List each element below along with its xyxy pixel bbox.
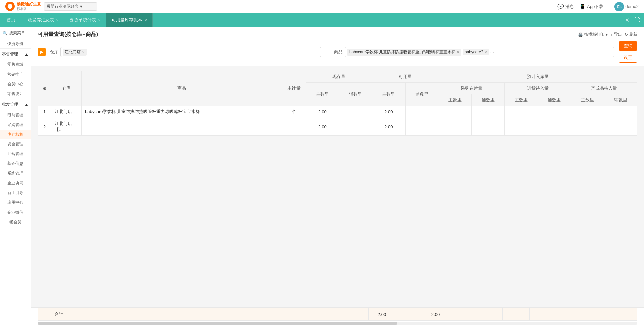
sidebar-nav-label: 快捷导航 xyxy=(7,41,23,46)
tab-available[interactable]: 可用量库存账本 ✕ xyxy=(106,13,153,27)
row-available-aux xyxy=(405,106,438,118)
sidebar-item-marketing[interactable]: 营销推广 xyxy=(0,69,31,79)
filter-toggle-btn[interactable]: ▶ xyxy=(38,48,46,56)
footer-stock-aux xyxy=(395,308,422,320)
sidebar-item-members[interactable]: 会员中心 xyxy=(0,79,31,89)
sidebar-label-wholesale: 批发管理 xyxy=(2,102,18,107)
sidebar-label-ops: 经营管理 xyxy=(7,151,23,156)
row-production-aux xyxy=(604,118,637,136)
warehouse-filter-more[interactable]: ··· xyxy=(323,49,330,55)
row-incoming-aux xyxy=(538,118,571,136)
sidebar-item-retail-mall[interactable]: 零售商城 xyxy=(0,60,31,69)
tab-receipts-close[interactable]: ✕ xyxy=(56,18,59,22)
row-available-main: 2.00 xyxy=(372,118,405,136)
footer-label: 合计 xyxy=(51,308,369,320)
template-print-label: 按模板打印 xyxy=(584,32,604,37)
sidebar-label-purchase: 采购管理 xyxy=(7,122,23,127)
row-index: 2 xyxy=(38,118,51,136)
product-filter: 商品 babycare学饮杯 儿童防摔防撞吸管杯重力球吸嘴杯宝宝水杯 ✕ bab… xyxy=(334,47,614,57)
close-all-btn[interactable]: ✕ xyxy=(624,17,631,24)
warehouse-tag-text: 江北门店 xyxy=(65,49,81,55)
footer-purchase-main xyxy=(476,308,503,320)
sidebar: 🔍 搜索菜单 快捷导航 零售管理 ▲ 零售商城 营销推广 会员中心 零售统计 批… xyxy=(0,27,31,326)
sidebar-item-finance[interactable]: 资金管理 xyxy=(0,139,31,149)
app-download-btn[interactable]: 📱 App下载 xyxy=(579,4,603,10)
sidebar-search-btn[interactable]: 🔍 搜索菜单 xyxy=(0,27,31,38)
footer-production-main xyxy=(583,308,610,320)
query-button[interactable]: 查询 xyxy=(619,41,637,51)
sidebar-item-enterprise-wx[interactable]: 企业微信 xyxy=(0,207,31,217)
print-icon: 🖨️ xyxy=(578,32,583,37)
product-tag-close-0[interactable]: ✕ xyxy=(457,50,459,54)
sidebar-item-appcenter[interactable]: 应用中心 xyxy=(0,198,31,207)
footer-incoming-aux xyxy=(556,308,583,320)
logo-texts: 畅捷通好生意 标准版 xyxy=(17,2,41,11)
row-production-main xyxy=(571,118,604,136)
refresh-btn[interactable]: ↻ 刷新 xyxy=(625,32,637,37)
row-stock-main: 2.00 xyxy=(306,106,339,118)
row-available-aux xyxy=(405,118,438,136)
product-tag-more: ··· xyxy=(490,50,494,55)
sidebar-item-ops[interactable]: 经营管理 xyxy=(0,149,31,159)
sidebar-label-inventory: 库存核算 xyxy=(7,132,23,137)
tab-home[interactable]: 首页 xyxy=(0,13,22,27)
warehouse-tags-input[interactable]: 江北门店 ✕ xyxy=(60,47,321,57)
footer-available-aux xyxy=(449,308,476,320)
row-product: babycare学饮杯 儿童防摔防撞吸管杯重力球吸嘴杯宝宝水杯 xyxy=(82,106,282,118)
sidebar-item-ecommerce[interactable]: 电商管理 xyxy=(0,110,31,120)
settings-col-icon[interactable]: ⚙ xyxy=(43,86,47,91)
chevron-icon: ▲ xyxy=(24,52,29,57)
sidebar-item-retail-stats[interactable]: 零售统计 xyxy=(0,89,31,99)
sidebar-item-retail-mgmt[interactable]: 零售管理 ▲ xyxy=(0,48,31,60)
scrollbar-thumb[interactable] xyxy=(38,322,397,325)
refresh-label: 刷新 xyxy=(629,32,637,37)
sidebar-item-system[interactable]: 系统管理 xyxy=(0,169,31,178)
sidebar-item-purchase[interactable]: 采购管理 xyxy=(0,120,31,130)
sidebar-item-enterprise[interactable]: 企业协同 xyxy=(0,178,31,188)
th-production-main: 主数里 xyxy=(571,94,604,106)
warehouse-tag-close[interactable]: ✕ xyxy=(82,50,85,54)
row-unit: 个 xyxy=(282,106,306,118)
tab-orders-close[interactable]: ✕ xyxy=(98,18,101,22)
row-stock-main: 2.00 xyxy=(306,118,339,136)
filter-action-btns: 查询 设置 xyxy=(619,41,637,63)
sidebar-item-vip[interactable]: 畅会员 xyxy=(0,217,31,227)
industry-selector[interactable]: 母婴行业演示账套 ▾ xyxy=(44,2,97,11)
avatar: Ea xyxy=(614,2,624,11)
footer-production-aux xyxy=(610,308,637,320)
fullscreen-btn[interactable]: ⛶ xyxy=(633,17,641,23)
chevron-print-icon: ▾ xyxy=(606,32,608,37)
th-incoming-group: 进货待入量 xyxy=(504,83,571,94)
sidebar-label-retail-stats: 零售统计 xyxy=(7,91,23,96)
product-tags-input[interactable]: babycare学饮杯 儿童防摔防撞吸管杯重力球吸嘴杯宝宝水杯 ✕ babyca… xyxy=(345,47,614,57)
product-tag-close-1[interactable]: ✕ xyxy=(484,50,487,54)
sidebar-quicknav-btn[interactable]: 快捷导航 xyxy=(0,38,31,48)
data-table: ⚙ 仓库 商品 主计量 现存量 可用量 预计入库量 主数里 辅数里 主数里 辅数… xyxy=(38,71,637,136)
row-available-main: 2.00 xyxy=(372,106,405,118)
th-purchase-aux: 辅数里 xyxy=(472,94,505,106)
sidebar-item-newbie[interactable]: 新手引导 xyxy=(0,188,31,198)
settings-button[interactable]: 设置 xyxy=(619,53,637,63)
logo: 畅捷通好生意 标准版 xyxy=(5,2,41,11)
logo-sub: 标准版 xyxy=(17,7,41,11)
export-icon: ↑ xyxy=(610,32,612,37)
th-stock-aux: 辅数里 xyxy=(339,83,372,106)
tab-receipts[interactable]: 收发存汇总表 ✕ xyxy=(22,13,64,27)
th-available-main: 主数里 xyxy=(372,83,405,106)
tab-orders[interactable]: 要货单统计表 ✕ xyxy=(64,13,106,27)
export-btn[interactable]: ↑ 导出 xyxy=(610,32,622,37)
sidebar-item-basic[interactable]: 基础信息 xyxy=(0,159,31,169)
th-available-aux: 辅数里 xyxy=(405,83,438,106)
sidebar-item-wholesale[interactable]: 批发管理 ▲ xyxy=(0,99,31,110)
row-incoming-main xyxy=(504,118,538,136)
product-tag-0: babycare学饮杯 儿童防摔防撞吸管杯重力球吸嘴杯宝宝水杯 ✕ xyxy=(347,49,461,56)
table-area: ⚙ 仓库 商品 主计量 现存量 可用量 预计入库量 主数里 辅数里 主数里 辅数… xyxy=(31,66,644,307)
row-purchase-main xyxy=(438,106,472,118)
footer-stock-main: 2.00 xyxy=(369,308,395,320)
template-print-btn[interactable]: 🖨️ 按模板打印 ▾ xyxy=(578,32,608,37)
tab-available-close[interactable]: ✕ xyxy=(144,18,147,22)
message-btn[interactable]: 💬 消息 xyxy=(557,4,574,10)
sidebar-item-inventory[interactable]: 库存核算 xyxy=(0,130,31,139)
sidebar-label-finance: 资金管理 xyxy=(7,142,23,146)
user-area[interactable]: Ea demo2 xyxy=(614,2,639,11)
